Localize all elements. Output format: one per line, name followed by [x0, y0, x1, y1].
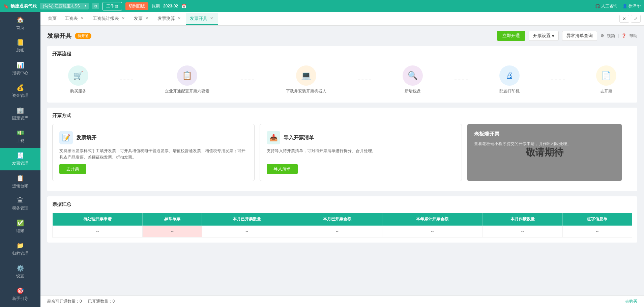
- sidebar-item-archive[interactable]: 📁 归档管理: [0, 238, 40, 260]
- sidebar-item-funds[interactable]: 💰 资金管理: [0, 80, 40, 103]
- tab-close-salary-report[interactable]: ✕: [121, 16, 126, 21]
- page-title-area: 发票开具 待开通: [47, 32, 91, 40]
- sidebar-item-assets[interactable]: 🏢 固定资产: [0, 103, 40, 125]
- sidebar-label-assets: 固定资产: [12, 115, 28, 121]
- sidebar-item-member[interactable]: 👑 畅会员: [0, 306, 40, 307]
- guide-icon: 🎯: [17, 287, 24, 295]
- summary-table: 待处理开票申请异常单票本月已开票数量本月已开票金额本年累计开票金额本月作废数量红…: [52, 213, 632, 238]
- settlement-icon: ✅: [17, 219, 24, 227]
- tab-label-invoice: 发票: [134, 16, 143, 22]
- process-arrow-4: [551, 80, 565, 80]
- process-step-buy-service[interactable]: 🛒 购买服务: [68, 65, 88, 94]
- separator: [83, 299, 87, 304]
- tab-invoice-calc[interactable]: 发票测算✕: [153, 13, 186, 25]
- summary-header-cell: 本月已开票数量: [202, 213, 292, 226]
- page-title: 发票开具: [47, 32, 71, 40]
- import-icon: 📥: [267, 131, 280, 144]
- workbench-button[interactable]: 工作台: [103, 2, 122, 10]
- process-icon-buy-service: 🛒: [68, 65, 88, 86]
- page-header: 发票开具 待开通 立即开通 开票设置 ▾ 异常清单查询 ⚙ 视频 | ❓: [47, 31, 637, 41]
- summary-header-cell: 待处理开票申请: [53, 213, 143, 226]
- buy-link[interactable]: 去购买: [625, 299, 637, 304]
- process-arrow-0: [120, 80, 133, 80]
- process-step-config-printer[interactable]: 🖨 配置打印机: [499, 65, 520, 94]
- sidebar-item-salary[interactable]: 💵 工资: [0, 125, 40, 148]
- tab-invoice[interactable]: 发票✕: [130, 13, 153, 25]
- help-icon: ❓: [621, 33, 626, 38]
- summary-data-cell: --: [382, 226, 482, 238]
- sidebar-item-invoice[interactable]: 🧾 发票管理: [0, 148, 40, 170]
- tab-salary-report[interactable]: 工资统计报表✕: [89, 13, 130, 25]
- old-version-button[interactable]: 切到旧版: [125, 2, 148, 10]
- import-card-header: 📥 导入开票清单: [267, 131, 455, 144]
- sidebar-item-reports[interactable]: 📊 报表中心: [0, 57, 40, 80]
- tax-icon: 🏛: [17, 197, 23, 204]
- manual-title: 发票填开: [76, 135, 96, 141]
- tab-label-home: 首页: [48, 16, 57, 22]
- tab-close-salary-table[interactable]: ✕: [80, 16, 85, 21]
- process-label-add-taxbox: 新增税盘: [405, 88, 421, 94]
- tab-close-invoice-calc[interactable]: ✕: [177, 16, 182, 21]
- company-selector-wrapper[interactable]: (勾勾) 江西服宝-LSS: [40, 3, 89, 9]
- process-arrow-2: [358, 80, 371, 80]
- summary-section: 票据汇总 待处理开票申请异常单票本月已开票数量本月已开票金额本年累计开票金额本月…: [47, 196, 637, 243]
- salary-icon: 💵: [17, 129, 24, 137]
- sidebar-label-settings: 设置: [16, 273, 24, 279]
- sidebar-label-archive: 归档管理: [12, 251, 28, 256]
- tab-close-invoice-tool[interactable]: ✕: [209, 16, 214, 21]
- go-invoice-button[interactable]: 去开票: [59, 164, 86, 174]
- calendar-icon[interactable]: 📅: [181, 4, 186, 8]
- process-icon-open-invoice: 📄: [596, 65, 616, 86]
- sidebar-item-tax[interactable]: 🏛 税务管理: [0, 193, 40, 215]
- process-title: 开票流程: [52, 51, 632, 57]
- process-arrow-1: [241, 80, 254, 80]
- sidebar-label-tax: 税务管理: [12, 205, 28, 211]
- settings-button[interactable]: 开票设置 ▾: [529, 31, 559, 41]
- process-step-download-robot[interactable]: 💻 下载并安装开票机器人: [286, 65, 326, 94]
- logo-icon: 🔖: [3, 4, 9, 9]
- summary-header-cell: 本年累计开票金额: [382, 213, 482, 226]
- bottom-info: 剩余可开通数量：0 已开通数量：0: [47, 299, 115, 304]
- sidebar-item-settings[interactable]: ⚙️ 设置: [0, 260, 40, 283]
- summary-data-cell: --: [292, 226, 382, 238]
- app-logo: 🔖 畅捷通易代账: [3, 3, 37, 9]
- billing-section: 开票方式 📝 发票填开 支持按照发票样式手工填开发票；可开具增值税电子普通发票、…: [47, 108, 637, 191]
- top-bar: 🔖 畅捷通易代账 (勾勾) 江西服宝-LSS ⧉ 工作台 切到旧版 账期 202…: [0, 0, 644, 12]
- tab-label-salary-table: 工资表: [65, 16, 78, 22]
- user-name[interactable]: 👤 徐泽华: [622, 3, 641, 9]
- top-bar-right: 🎧 人工咨询 👤 徐泽华: [595, 3, 641, 9]
- process-label-buy-service: 购买服务: [70, 88, 86, 94]
- process-step-add-taxbox[interactable]: 🔍 新增税盘: [403, 65, 423, 94]
- summary-data-cell: --: [482, 226, 562, 238]
- tab-restore[interactable]: ⤢: [631, 15, 641, 23]
- tab-invoice-tool[interactable]: 发票开具✕: [186, 13, 218, 25]
- tab-home[interactable]: 首页: [44, 13, 61, 25]
- manual-desc: 支持按照发票样式手工填开发票；可开具增值税电子普通发票、增值税普通发票、增值税专…: [59, 148, 247, 161]
- process-step-config-enterprise[interactable]: 📋 企业开通配置开票六要素: [165, 65, 209, 94]
- sidebar-item-ledger[interactable]: 📒 总账: [0, 35, 40, 57]
- summary-title: 票据汇总: [52, 201, 632, 207]
- sidebar-item-settlement[interactable]: ✅ 结账: [0, 215, 40, 238]
- process-icon-download-robot: 💻: [296, 65, 316, 86]
- tab-salary-table[interactable]: 工资表✕: [61, 13, 89, 25]
- sidebar-item-home[interactable]: 🏠 首页: [0, 12, 40, 35]
- abnormal-query-button[interactable]: 异常清单查询: [562, 31, 597, 41]
- sidebar-label-home: 首页: [16, 25, 24, 31]
- sidebar-item-guide[interactable]: 🎯 新手引导: [0, 283, 40, 306]
- copy-button[interactable]: ⧉: [92, 3, 99, 9]
- tab-close-all[interactable]: ✕: [619, 15, 629, 23]
- billing-methods: 📝 发票填开 支持按照发票样式手工填开发票；可开具增值税电子普通发票、增值税普通…: [52, 124, 632, 181]
- activate-button[interactable]: 立即开通: [497, 31, 525, 41]
- import-list-button[interactable]: 导入清单: [267, 164, 298, 174]
- company-selector[interactable]: (勾勾) 江西服宝-LSS: [40, 3, 89, 9]
- user-service[interactable]: 🎧 人工咨询: [595, 3, 617, 9]
- sidebar-items: 🏠 首页 📒 总账 📊 报表中心 💰 资金管理 🏢 固定资产 💵 工资 🧾 发票…: [0, 12, 40, 307]
- process-arrow-3: [455, 80, 468, 80]
- sidebar-item-purchase[interactable]: 📋 进销台账: [0, 170, 40, 193]
- divider: |: [618, 33, 619, 38]
- tab-label-salary-report: 工资统计报表: [93, 16, 119, 22]
- tab-close-invoice[interactable]: ✕: [144, 16, 149, 21]
- home-icon: 🏠: [17, 16, 24, 24]
- process-step-open-invoice[interactable]: 📄 去开票: [596, 65, 616, 94]
- tab-bar-actions: ✕ ⤢: [619, 15, 641, 23]
